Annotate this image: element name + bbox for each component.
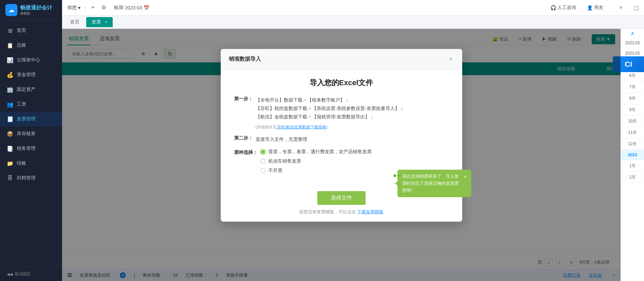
finance-icon: 💰 [7, 71, 13, 78]
sidebar-item-label: 归档管理 [17, 175, 36, 181]
template-hint: 若您没有发票模版，可以点击 下载发票模版 [229, 209, 454, 215]
tooltip-dot [393, 174, 397, 178]
sidebar-item-label: 资金管理 [17, 72, 36, 78]
sidebar-item-label: 库存核算 [17, 131, 36, 137]
settings-button[interactable]: ⚙ [100, 3, 107, 12]
sidebar-item-invoice[interactable]: 🧾 发票管理 [0, 112, 62, 126]
sidebar-item-payroll[interactable]: 👥 工资 [0, 97, 62, 112]
timeline-scroll-up[interactable]: ∧ [621, 29, 644, 38]
cloud-icon: 📊 [7, 57, 13, 63]
modal-header: 销项数据导入 × [221, 49, 462, 70]
sidebar-item-label: 固定资产 [17, 87, 36, 93]
logo-text: 畅捷通好会计 [20, 4, 52, 11]
window-controls: × ▢ [613, 0, 644, 15]
step2-content: 直接导入文件，无需整理 [256, 135, 307, 144]
sidebar-item-label: 总账 [17, 42, 26, 48]
sidebar-item-cloud[interactable]: 📊 云报表中心 [0, 53, 62, 67]
ticket-options: 普票，专票，卷票，通行费发票，农产品销售发票 机动车销售发票 不开票 [260, 149, 372, 174]
select-file-button[interactable]: 选择文件 [317, 191, 366, 205]
inventory-icon: 📦 [7, 130, 13, 137]
tab-home[interactable]: 首页 [65, 17, 85, 27]
ticket-option-1[interactable]: 机动车销售发票 [260, 158, 372, 164]
sidebar-item-label: 发票管理 [17, 116, 36, 122]
timeline-item-0[interactable]: 2023.03 [621, 38, 644, 48]
main-area: 你您 ▾ | + ⚙ 账期 2023-03 📅 🎧 人工咨询 👤 用友 [62, 0, 644, 281]
modal-overlay: 销项数据导入 × 导入您的Excel文件 第一步： 【全电平台】数据下载→【税务… [62, 29, 621, 281]
payroll-icon: 👥 [7, 101, 13, 108]
modal-body: 导入您的Excel文件 第一步： 【全电平台】数据下载→【税务数字账户】； 【百… [221, 70, 462, 186]
step1-label: 第一步： [234, 96, 253, 102]
logo-badge: 旗舰版 [20, 11, 52, 16]
tab-close-icon[interactable]: × [105, 20, 107, 24]
radio-selected [260, 149, 266, 155]
sidebar-footer[interactable]: ◀◀ 取消固定 [0, 267, 62, 281]
logo-icon: ☁ [5, 4, 17, 16]
sidebar-item-archive[interactable]: 🗄 归档管理 [0, 171, 62, 185]
tooltip-close-button[interactable]: × [464, 173, 467, 180]
timeline-item-4[interactable]: 7月 [621, 81, 644, 93]
sidebar-item-label: 税务管理 [17, 146, 36, 152]
content-area: 销项发票 进项发票 🔐 凭证 + 新增 ▶ 视频 ↺ 刷新 账期 ▼ [62, 29, 644, 281]
step2-label: 第二步： [234, 135, 253, 141]
download-template-link[interactable]: 下载发票模版 [357, 209, 383, 214]
sidebar-nav: ⊞ 首页 📋 总账 📊 云报表中心 💰 资金管理 🏢 固定资产 👥 工资 [0, 20, 62, 267]
ticket-option-0[interactable]: 普票，专票，卷票，通行费发票，农产品销售发票 [260, 149, 372, 155]
step2-row: 第二步： 直接导入文件，无需整理 [234, 135, 449, 144]
sidebar-item-label: 结账 [17, 160, 26, 166]
sidebar-item-finance[interactable]: 💰 资金管理 [0, 67, 62, 82]
tooltip-bubble: × 现在支持的票种多了，导入发票时别忘了选择正确的发票类型呀! [397, 170, 471, 197]
sidebar-item-ledger[interactable]: 📋 总账 [0, 38, 62, 53]
step1-row: 第一步： 【全电平台】数据下载→【税务数字账户】； 【百旺】税控盘数据下载→【系… [234, 96, 449, 131]
sidebar-item-label: 工资 [17, 101, 26, 107]
home-icon: ⊞ [7, 27, 13, 34]
assets-icon: 🏢 [7, 86, 13, 93]
sidebar-item-home[interactable]: ⊞ 首页 [0, 23, 62, 38]
sidebar-item-assets[interactable]: 🏢 固定资产 [0, 82, 62, 97]
sidebar-item-tax[interactable]: 📑 税务管理 [0, 141, 62, 156]
timeline-item-5[interactable]: 8月 [621, 93, 644, 104]
sidebar-item-inventory[interactable]: 📦 库存核算 [0, 126, 62, 141]
modal-main-title: 导入您的Excel文件 [234, 78, 449, 88]
sidebar-item-closing[interactable]: 📁 结账 [0, 156, 62, 171]
period-display: 账期 2023-03 📅 [114, 5, 149, 11]
sidebar: ☁ 畅捷通好会计 旗舰版 ⊞ 首页 📋 总账 📊 云报表中心 💰 资金管理 [0, 0, 62, 281]
add-button[interactable]: + [90, 3, 96, 12]
sidebar-item-label: 首页 [17, 27, 26, 34]
company-selector[interactable]: 你您 ▾ [67, 5, 80, 11]
timeline-item-9[interactable]: 12月 [621, 138, 644, 150]
calendar-icon[interactable]: 📅 [144, 5, 149, 10]
radio-unselected-2 [260, 168, 266, 173]
tooltip-line [397, 175, 401, 176]
timeline-item-6[interactable]: 9月 [621, 104, 644, 116]
invoice-icon: 🧾 [7, 116, 13, 122]
modal-title: 销项数据导入 [229, 56, 261, 63]
tax-icon: 📑 [7, 145, 13, 152]
window-close-btn[interactable]: × [613, 0, 629, 15]
closing-icon: 📁 [7, 160, 13, 167]
timeline-item-12[interactable]: 2月 [621, 172, 644, 183]
timeline-item-11[interactable]: 1月 [621, 160, 644, 172]
timeline-item-7[interactable]: 10月 [621, 116, 644, 127]
tab-invoice[interactable]: 发票 × [86, 17, 113, 27]
archive-icon: 🗄 [7, 175, 13, 181]
sidebar-item-label: 云报表中心 [17, 57, 40, 63]
tabs-bar: 首页 发票 × [62, 15, 644, 29]
ticket-label: 票种选择： [234, 150, 258, 156]
top-bar: 你您 ▾ | + ⚙ 账期 2023-03 📅 🎧 人工咨询 👤 用友 [62, 0, 644, 15]
modal-close-button[interactable]: × [448, 54, 454, 64]
window-maximize-btn[interactable]: ▢ [629, 0, 644, 15]
ledger-icon: 📋 [7, 42, 13, 49]
page-content: 销项发票 进项发票 🔐 凭证 + 新增 ▶ 视频 ↺ 刷新 账期 ▼ [62, 29, 621, 281]
consult-button[interactable]: 🎧 人工咨询 [550, 5, 576, 11]
sidebar-logo: ☁ 畅捷通好会计 旗舰版 [0, 0, 62, 20]
timeline-item-8[interactable]: 11月 [621, 127, 644, 138]
user-button[interactable]: 👤 用友 [587, 5, 603, 11]
ticket-option-2[interactable]: 不开票 [260, 168, 372, 174]
guide-link[interactable]: 百旺/航信发票数据下载指南 [277, 125, 326, 129]
radio-unselected [260, 159, 266, 164]
step1-content: 【全电平台】数据下载→【税务数字账户】； 【百旺】税控盘数据下载→【系统设置-系… [256, 96, 404, 131]
timeline-item-10[interactable]: 2023 [621, 150, 644, 160]
